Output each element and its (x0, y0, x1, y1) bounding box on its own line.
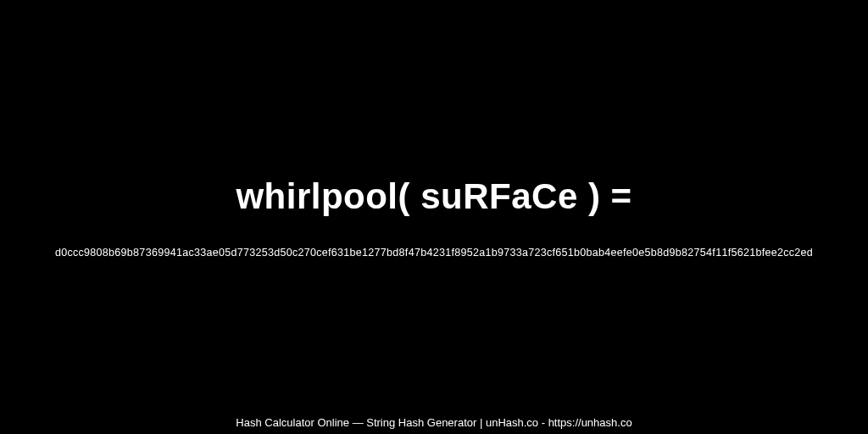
footer-attribution: Hash Calculator Online — String Hash Gen… (0, 416, 868, 434)
main-content: whirlpool( suRFaCe ) = d0ccc9808b69b8736… (0, 0, 868, 434)
hash-output-value: d0ccc9808b69b87369941ac33ae05d773253d50c… (55, 247, 813, 259)
hash-expression: whirlpool( suRFaCe ) = (236, 176, 632, 217)
